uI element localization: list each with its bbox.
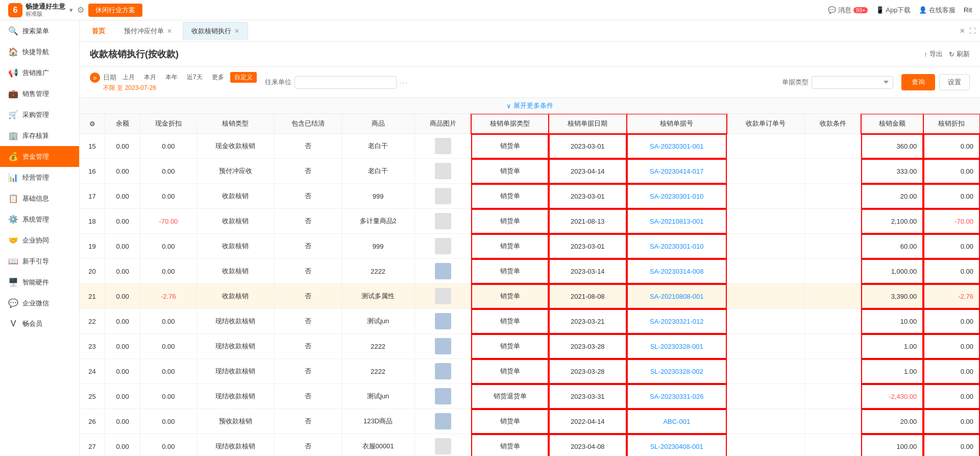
sidebar-item-finance[interactable]: 💰 资金管理 <box>0 146 79 167</box>
cell-cash-discount: 0.00 <box>140 434 197 457</box>
date-this-year-btn[interactable]: 本年 <box>162 72 181 83</box>
expand-arrow-icon[interactable]: » <box>90 73 100 83</box>
cell-balance: 0.00 <box>105 309 140 334</box>
cell-writeoff-bill-no[interactable]: SA-20230314-008 <box>627 259 727 284</box>
cell-no: 16 <box>80 159 105 184</box>
export-button[interactable]: ↑ 导出 <box>924 50 943 59</box>
sidebar-item-wechat[interactable]: 💬 企业微信 <box>0 293 79 314</box>
cell-balance: 0.00 <box>105 409 140 434</box>
notification-area[interactable]: 💬 消息 99+ <box>828 6 868 15</box>
cell-goods: 测试jun <box>341 309 414 334</box>
sidebar-item-hardware[interactable]: 🖥️ 智能硬件 <box>0 272 79 293</box>
query-button[interactable]: 查询 <box>901 74 935 90</box>
refresh-icon: ↻ <box>949 51 954 58</box>
cell-writeoff-type: 现结收款核销 <box>197 309 274 334</box>
date-more-btn[interactable]: 更多 <box>209 72 227 83</box>
sidebar-item-business[interactable]: 📊 经营管理 <box>0 167 79 188</box>
cell-writeoff-bill-no[interactable]: SA-20230414-017 <box>627 159 727 184</box>
cell-goods: 999 <box>341 184 414 209</box>
sidebar-label-finance: 资金管理 <box>22 152 49 161</box>
goods-image-thumb <box>435 263 451 279</box>
tab-prepay-close[interactable]: ✕ <box>167 28 172 35</box>
cell-writeoff-discount: -70.00 <box>923 209 980 234</box>
date-custom-btn[interactable]: 自定义 <box>230 72 257 83</box>
bill-type-select[interactable] <box>812 76 893 89</box>
sidebar-item-basic[interactable]: 📋 基础信息 <box>0 188 79 209</box>
cell-writeoff-bill-no[interactable]: SA-20230301-010 <box>627 184 727 209</box>
sidebar-label-wechat: 企业微信 <box>22 299 49 308</box>
sidebar-item-nav[interactable]: 🏠 快捷导航 <box>0 41 79 62</box>
cell-include-settled: 否 <box>275 409 342 434</box>
cell-writeoff-bill-no[interactable]: SL-20230328-001 <box>627 334 727 359</box>
cell-receipt-order-no <box>727 284 804 309</box>
cell-writeoff-bill-no[interactable]: SL-20230408-001 <box>627 434 727 457</box>
brand-solution-button[interactable]: 休闲行业方案 <box>88 4 142 17</box>
cell-writeoff-bill-no[interactable]: SA-20230331-026 <box>627 384 727 409</box>
table-container[interactable]: ⚙ 余额 现金折扣 核销类型 包含已结清 商品 商品图片 核销单据类型 核销单据… <box>80 114 980 456</box>
gear-icon[interactable]: ⚙ <box>77 5 84 15</box>
cell-writeoff-discount: 0.00 <box>923 134 980 159</box>
cell-writeoff-amount: 20.00 <box>861 409 923 434</box>
chevron-down-icon[interactable]: ▾ <box>69 6 73 14</box>
col-balance: 余额 <box>105 114 140 134</box>
refresh-button[interactable]: ↻ 刷新 <box>949 50 970 59</box>
expand-more-button[interactable]: ∨ 展开更多条件 <box>506 101 553 110</box>
sidebar-item-sales[interactable]: 💼 销售管理 <box>0 83 79 104</box>
cell-writeoff-amount: 1.00 <box>861 359 923 384</box>
cell-cash-discount: 0.00 <box>140 184 197 209</box>
close-tab-icon[interactable]: ✕ <box>960 27 965 35</box>
col-writeoff-bill-type: 核销单据类型 <box>471 114 549 134</box>
date-last-month-btn[interactable]: 上月 <box>119 72 138 83</box>
sidebar-item-system[interactable]: ⚙️ 系统管理 <box>0 209 79 230</box>
maximize-icon[interactable]: ⛶ <box>969 27 976 35</box>
date-7days-btn[interactable]: 近7天 <box>184 72 206 83</box>
cell-writeoff-type: 收款核销 <box>197 209 274 234</box>
partner-input[interactable] <box>295 76 397 89</box>
cell-writeoff-amount: 2,100.00 <box>861 209 923 234</box>
cell-receipt-condition <box>804 284 861 309</box>
cell-writeoff-amount: 60.00 <box>861 234 923 259</box>
table-row: 19 0.00 0.00 收款核销 否 999 销货单 2023-03-01 S… <box>80 234 980 259</box>
cell-writeoff-bill-no[interactable]: SA-20210813-001 <box>627 209 727 234</box>
cell-goods: 测试jun <box>341 384 414 409</box>
sidebar-item-guide[interactable]: 📖 新手引导 <box>0 251 79 272</box>
cell-goods-image <box>414 184 471 209</box>
cell-writeoff-bill-no[interactable]: SL-20230328-002 <box>627 359 727 384</box>
cell-writeoff-bill-no[interactable]: SA-20230301-001 <box>627 134 727 159</box>
sidebar-item-marketing[interactable]: 📢 营销推广 <box>0 62 79 83</box>
settings-button[interactable]: 设置 <box>939 74 970 90</box>
cell-balance: 0.00 <box>105 184 140 209</box>
sidebar-item-enterprise[interactable]: 🤝 企业协同 <box>0 230 79 251</box>
guide-icon: 📖 <box>8 256 18 266</box>
cell-writeoff-discount: -2.76 <box>923 284 980 309</box>
goods-image-thumb <box>435 163 451 179</box>
cell-writeoff-bill-type: 销货单 <box>471 359 549 384</box>
cell-include-settled: 否 <box>275 434 342 457</box>
cell-receipt-order-no <box>727 309 804 334</box>
tab-home[interactable]: 首页 <box>84 22 113 40</box>
cell-balance: 0.00 <box>105 209 140 234</box>
cell-writeoff-bill-no[interactable]: SA-20230301-010 <box>627 234 727 259</box>
online-service-link[interactable]: 👤 在线客服 <box>919 6 955 15</box>
cell-goods-image <box>414 259 471 284</box>
app-download-link[interactable]: 📱 App下载 <box>876 6 911 15</box>
tab-collection[interactable]: 收款核销执行 ✕ <box>183 22 248 40</box>
tab-collection-close[interactable]: ✕ <box>234 28 239 35</box>
col-settings[interactable]: ⚙ <box>80 114 105 134</box>
cell-writeoff-bill-no[interactable]: SA-20230321-012 <box>627 309 727 334</box>
sidebar-item-inventory[interactable]: 🏢 库存核算 <box>0 125 79 146</box>
cell-writeoff-bill-no[interactable]: ABC-001 <box>627 409 727 434</box>
cell-include-settled: 否 <box>275 134 342 159</box>
cell-writeoff-discount: 0.00 <box>923 159 980 184</box>
sidebar-item-purchase[interactable]: 🛒 采购管理 <box>0 104 79 125</box>
sidebar-item-search[interactable]: 🔍 搜索菜单 <box>0 20 79 41</box>
date-this-month-btn[interactable]: 本月 <box>141 72 159 83</box>
tab-prepay[interactable]: 预付冲应付单 ✕ <box>115 22 181 40</box>
sidebar-item-member[interactable]: V 畅会员 <box>0 314 79 334</box>
cell-no: 18 <box>80 209 105 234</box>
goods-image-thumb <box>435 238 451 254</box>
cell-writeoff-bill-no[interactable]: SA-20210808-001 <box>627 284 727 309</box>
cell-writeoff-bill-date: 2023-04-14 <box>549 159 626 184</box>
cell-receipt-order-no <box>727 234 804 259</box>
cell-receipt-condition <box>804 409 861 434</box>
